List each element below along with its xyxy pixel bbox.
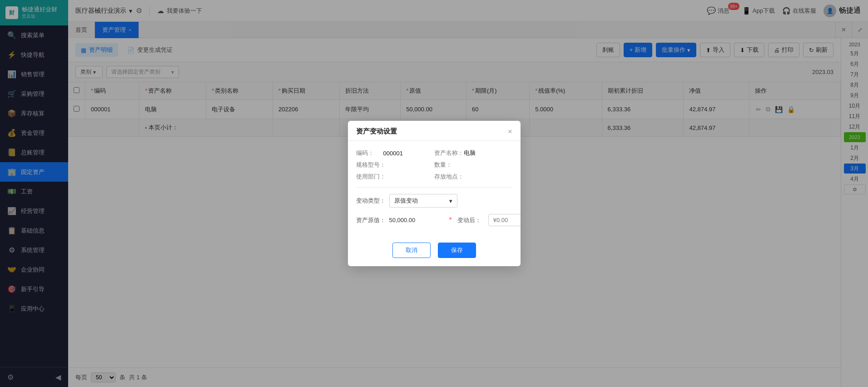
asset-change-modal: 资产变动设置 × 编码： 000001 资产名称： 电脑 规格型号： 数 — [348, 121, 521, 266]
modal-change-type-label: 变动类型： — [356, 197, 386, 205]
modal-name-value: 电脑 — [464, 149, 476, 157]
change-type-value: 原值变动 — [394, 197, 418, 205]
modal-original-value: 50,000.00 — [389, 217, 444, 223]
modal-name-row: 资产名称： 电脑 — [434, 149, 512, 157]
modal-code-value: 000001 — [383, 150, 403, 157]
modal-dept-label: 使用部门： — [356, 173, 386, 181]
modal-spec-row: 规格型号： — [356, 161, 434, 169]
required-star: * — [449, 216, 452, 224]
modal-code-label: 编码： — [356, 149, 383, 157]
after-change-input[interactable] — [488, 214, 521, 226]
cancel-button[interactable]: 取消 — [392, 243, 431, 258]
modal-original-value-label: 资产原值： — [356, 216, 386, 224]
modal-code-row: 编码： 000001 — [356, 149, 434, 157]
modal-original-value-field: 资产原值： 50,000.00 * 变动后： — [356, 214, 512, 226]
save-button[interactable]: 保存 — [438, 243, 476, 258]
modal-footer: 取消 保存 — [348, 238, 521, 266]
modal-name-label: 资产名称： — [434, 149, 464, 157]
change-type-dropdown-icon: ▾ — [449, 198, 452, 204]
modal-body: 编码： 000001 资产名称： 电脑 规格型号： 数量： 使用部门： — [348, 141, 521, 238]
modal-spec-label: 规格型号： — [356, 161, 386, 169]
modal-quantity-label: 数量： — [434, 161, 461, 169]
modal-change-type-field: 变动类型： 原值变动 ▾ — [356, 194, 512, 208]
modal-dept-row: 使用部门： — [356, 173, 434, 181]
modal-after-change-label: 变动后： — [457, 216, 485, 224]
modal-close-button[interactable]: × — [508, 128, 512, 136]
modal-quantity-row: 数量： — [434, 161, 512, 169]
modal-location-label: 存放地点： — [434, 173, 464, 181]
modal-header: 资产变动设置 × — [348, 121, 521, 141]
modal-info-grid: 编码： 000001 资产名称： 电脑 规格型号： 数量： 使用部门： — [356, 149, 512, 188]
modal-title: 资产变动设置 — [356, 127, 397, 136]
modal-location-row: 存放地点： — [434, 173, 512, 181]
modal-overlay: 资产变动设置 × 编码： 000001 资产名称： 电脑 规格型号： 数 — [0, 0, 868, 387]
change-type-selector[interactable]: 原值变动 ▾ — [389, 194, 457, 208]
